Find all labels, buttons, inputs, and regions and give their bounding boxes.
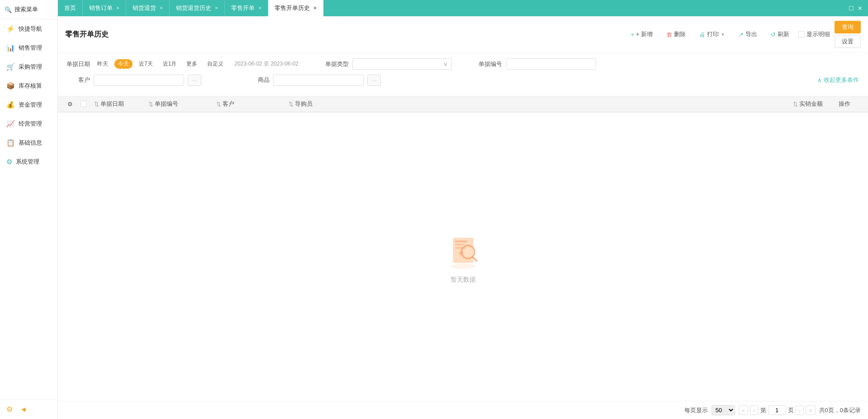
table-col-date[interactable]: ⇅ 单据日期 bbox=[90, 100, 145, 108]
filter-goods: 商品 ··· bbox=[245, 75, 381, 86]
filter-date-range: 2023-06-02 至 2023-06-02 bbox=[234, 60, 298, 68]
tab-bar: 首页销售订单×销货退货×销货退货历史×零售开单×零售开单历史× ☐ ✕ bbox=[58, 0, 868, 16]
setting-button[interactable]: 设置 bbox=[835, 35, 861, 48]
tab-label-home: 首页 bbox=[64, 4, 76, 12]
table-col-gear[interactable]: ⚙ bbox=[63, 101, 77, 108]
table-col-amount[interactable]: ⇅ 实销金额 bbox=[777, 100, 826, 108]
last7days-btn[interactable]: 近7天 bbox=[135, 59, 157, 69]
per-page-select[interactable]: 50 10 20 100 bbox=[711, 405, 735, 415]
sort-icon-guide: ⇅ bbox=[289, 101, 294, 108]
add-button[interactable]: + + 新增 bbox=[626, 28, 657, 40]
sidebar-item-basic-info[interactable]: 📋基础信息 bbox=[0, 133, 57, 152]
svg-point-8 bbox=[459, 251, 463, 255]
nav-label-sales-mgmt: 销售管理 bbox=[19, 44, 42, 52]
tab-close-sales-return-history[interactable]: × bbox=[215, 5, 218, 11]
collapse-more-btn[interactable]: ∧ 收起更多条件 bbox=[816, 74, 861, 86]
sidebar-bottom: ⚙ ◄ bbox=[0, 399, 57, 419]
custom-btn[interactable]: 自定义 bbox=[204, 59, 227, 69]
col-guide-label: 导购员 bbox=[295, 100, 313, 108]
type-select[interactable]: ∨ bbox=[352, 58, 452, 70]
nav-label-finance: 资金管理 bbox=[19, 101, 42, 109]
tab-sales-return[interactable]: 销货退货× bbox=[126, 0, 170, 16]
svg-point-6 bbox=[464, 248, 472, 256]
nav-label-operations: 经营管理 bbox=[19, 120, 42, 128]
window-close-icon[interactable]: ✕ bbox=[858, 5, 863, 12]
table-col-customer[interactable]: ⇅ 客户 bbox=[213, 100, 285, 108]
nav-label-quick-nav: 快捷导航 bbox=[19, 25, 42, 33]
refresh-button[interactable]: ↺ 刷新 bbox=[766, 28, 794, 40]
tab-label-retail-open-history: 零售开单历史 bbox=[275, 4, 310, 12]
window-restore-icon[interactable]: ☐ bbox=[849, 5, 854, 12]
filter-number: 单据编号 bbox=[477, 58, 596, 70]
print-button[interactable]: 🖨 打印 ▼ bbox=[695, 28, 730, 40]
tab-close-retail-open-history[interactable]: × bbox=[313, 5, 317, 11]
page-suffix: 页 bbox=[788, 406, 794, 414]
sidebar-search-label: 搜索菜单 bbox=[14, 5, 38, 14]
sort-icon-date: ⇅ bbox=[94, 101, 99, 108]
query-button[interactable]: 查询 bbox=[835, 21, 861, 33]
refresh-icon: ↺ bbox=[771, 31, 776, 38]
tab-close-sales-order[interactable]: × bbox=[116, 5, 119, 11]
sidebar-item-quick-nav[interactable]: ⚡快捷导航 bbox=[0, 19, 57, 38]
page-input[interactable] bbox=[768, 405, 786, 415]
next-page-btn[interactable]: › bbox=[796, 405, 804, 415]
yesterday-btn[interactable]: 昨天 bbox=[94, 59, 112, 69]
nav-label-inventory: 库存核算 bbox=[19, 82, 42, 90]
show-detail-toggle[interactable]: 显示明细 bbox=[798, 30, 830, 38]
tab-home[interactable]: 首页 bbox=[58, 0, 83, 16]
sidebar-item-sys-mgmt[interactable]: ⚙系统管理 bbox=[0, 152, 57, 171]
first-page-btn[interactable]: « bbox=[739, 405, 748, 415]
search-icon: 🔍 bbox=[5, 6, 12, 13]
page-title: 零售开单历史 bbox=[65, 30, 109, 39]
number-input[interactable] bbox=[506, 58, 596, 70]
customer-ellipsis-btn[interactable]: ··· bbox=[188, 75, 201, 86]
filter-dates: 昨天 今天 近7天 近1月 更多 自定义 bbox=[94, 59, 227, 69]
table-col-number[interactable]: ⇅ 单据编号 bbox=[145, 100, 213, 108]
delete-button[interactable]: 🗑 删除 bbox=[662, 28, 690, 40]
tab-sales-order[interactable]: 销售订单× bbox=[83, 0, 126, 16]
col-number-label: 单据编号 bbox=[155, 100, 178, 108]
page-content: 零售开单历史 + + 新增 🗑 删除 🖨 打印 ▼ bbox=[58, 16, 868, 419]
sidebar-search[interactable]: 🔍 搜索菜单 bbox=[0, 0, 57, 19]
today-btn[interactable]: 今天 bbox=[114, 59, 133, 69]
tab-retail-open-history[interactable]: 零售开单历史× bbox=[268, 0, 323, 16]
col-amount-label: 实销金额 bbox=[799, 100, 823, 108]
nav-label-sys-mgmt: 系统管理 bbox=[16, 158, 39, 166]
empty-state: 暂无数据 bbox=[58, 113, 868, 401]
add-icon: + bbox=[631, 31, 634, 38]
tab-sales-return-history[interactable]: 销货退货历史× bbox=[170, 0, 225, 16]
tab-close-sales-return[interactable]: × bbox=[160, 5, 163, 11]
nav-label-purchase-mgmt: 采购管理 bbox=[19, 63, 42, 71]
table-col-op: 操作 bbox=[826, 100, 863, 108]
goods-input[interactable] bbox=[273, 75, 364, 86]
type-filter-label: 单据类型 bbox=[324, 60, 349, 68]
sort-icon-customer: ⇅ bbox=[216, 101, 221, 108]
gear-icon: ⚙ bbox=[67, 101, 73, 108]
more-btn[interactable]: 更多 bbox=[183, 59, 201, 69]
tab-bar-right: ☐ ✕ bbox=[849, 5, 868, 12]
goods-ellipsis-btn[interactable]: ··· bbox=[367, 75, 381, 86]
per-page-label: 每页显示 bbox=[684, 406, 708, 414]
last-page-btn[interactable]: » bbox=[806, 405, 815, 415]
settings-bottom-icon[interactable]: ⚙ bbox=[6, 405, 13, 414]
tab-retail-open[interactable]: 零售开单× bbox=[225, 0, 268, 16]
toolbar-right: 查询 设置 bbox=[835, 21, 861, 48]
last1month-btn[interactable]: 近1月 bbox=[159, 59, 180, 69]
sidebar-item-purchase-mgmt[interactable]: 🛒采购管理 bbox=[0, 57, 57, 76]
table-col-checkbox[interactable] bbox=[77, 101, 90, 107]
prev-page-btn[interactable]: ‹ bbox=[750, 405, 758, 415]
collapse-sidebar-icon[interactable]: ◄ bbox=[20, 405, 27, 414]
sidebar-item-sales-mgmt[interactable]: 📊销售管理 bbox=[0, 38, 57, 57]
customer-input[interactable] bbox=[94, 75, 184, 86]
table-col-guide[interactable]: ⇅ 导购员 bbox=[285, 100, 330, 108]
sidebar-item-inventory[interactable]: 📦库存核算 bbox=[0, 76, 57, 95]
export-button[interactable]: ↗ 导出 bbox=[734, 28, 762, 40]
tab-close-retail-open[interactable]: × bbox=[258, 5, 261, 11]
date-filter-label: 单据日期 bbox=[65, 60, 90, 68]
nav-icon-operations: 📈 bbox=[6, 120, 15, 128]
sidebar-item-operations[interactable]: 📈经营管理 bbox=[0, 114, 57, 133]
tab-label-sales-order: 销售订单 bbox=[89, 4, 113, 12]
nav-icon-sys-mgmt: ⚙ bbox=[6, 158, 12, 166]
sidebar-item-finance[interactable]: 💰资金管理 bbox=[0, 95, 57, 114]
col-customer-label: 客户 bbox=[223, 100, 234, 108]
